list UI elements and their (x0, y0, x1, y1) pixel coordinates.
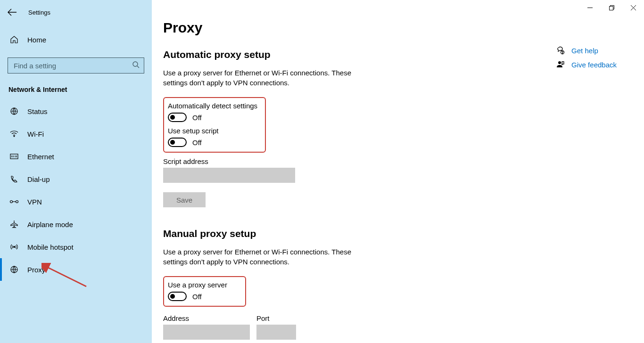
sidebar: Settings Home Network & Internet Status … (0, 0, 152, 343)
dialup-icon (9, 174, 19, 184)
use-proxy-label: Use a proxy server (168, 281, 240, 289)
sidebar-item-status[interactable]: Status (0, 100, 152, 122)
status-icon (9, 106, 19, 116)
highlight-manual-settings: Use a proxy server Off (163, 276, 246, 307)
sidebar-item-dialup[interactable]: Dial-up (0, 168, 152, 190)
sidebar-item-label: Dial-up (27, 175, 50, 183)
sidebar-item-ethernet[interactable]: Ethernet (0, 145, 152, 168)
search-input[interactable] (8, 57, 144, 74)
port-label: Port (256, 314, 296, 322)
manual-section-desc: Use a proxy server for Ethernet or Wi-Fi… (163, 247, 361, 267)
script-toggle[interactable] (168, 138, 187, 147)
minimize-icon (587, 5, 593, 10)
detect-toggle[interactable] (168, 113, 187, 122)
feedback-text: Give feedback (571, 61, 617, 69)
svg-point-0 (133, 62, 138, 66)
save-button: Save (163, 192, 206, 207)
wifi-icon (9, 129, 19, 139)
script-address-label: Script address (163, 157, 629, 165)
search-icon (132, 61, 140, 70)
get-help-link[interactable]: Get help (556, 46, 617, 55)
svg-point-2 (14, 136, 15, 137)
manual-section-heading: Manual proxy setup (163, 228, 629, 239)
address-label: Address (163, 314, 250, 322)
nav-list: Status Wi-Fi Ethernet Dial-up VPN Airpla… (0, 100, 152, 281)
airplane-icon (9, 220, 19, 229)
proxy-icon (9, 265, 19, 274)
use-proxy-state: Off (192, 293, 202, 301)
highlight-auto-settings: Automatically detect settings Off Use se… (163, 97, 266, 153)
port-input (256, 325, 296, 340)
title-bar: Settings (0, 4, 152, 21)
detect-label: Automatically detect settings (168, 102, 260, 110)
address-input (163, 325, 250, 340)
svg-point-12 (558, 61, 561, 64)
maximize-icon (609, 5, 614, 10)
ethernet-icon (9, 152, 19, 161)
vpn-icon (9, 197, 19, 206)
maximize-button[interactable] (601, 0, 622, 15)
use-proxy-toggle[interactable] (168, 292, 187, 301)
sidebar-item-vpn[interactable]: VPN (0, 190, 152, 213)
search-wrapper (8, 57, 144, 74)
sidebar-item-wifi[interactable]: Wi-Fi (0, 122, 152, 145)
sidebar-item-proxy[interactable]: Proxy (0, 258, 152, 281)
home-nav[interactable]: Home (0, 30, 152, 49)
sidebar-item-hotspot[interactable]: Mobile hotspot (0, 236, 152, 258)
minimize-button[interactable] (579, 0, 601, 15)
feedback-icon (556, 60, 565, 69)
auto-section-desc: Use a proxy server for Ethernet or Wi-Fi… (163, 68, 361, 88)
svg-point-5 (16, 201, 18, 203)
help-icon (556, 46, 565, 55)
back-button[interactable] (7, 7, 18, 18)
main-content: Get help Give feedback Proxy Automatic p… (152, 0, 644, 343)
feedback-link[interactable]: Give feedback (556, 60, 617, 69)
sidebar-item-label: VPN (27, 198, 42, 206)
address-port-row: Address Port (163, 311, 629, 340)
close-button[interactable] (622, 0, 644, 15)
get-help-text: Get help (571, 47, 598, 55)
sidebar-item-label: Wi-Fi (27, 130, 44, 138)
script-state: Off (192, 139, 202, 147)
script-address-input (163, 168, 295, 183)
sidebar-item-label: Status (27, 107, 48, 115)
category-header: Network & Internet (0, 74, 152, 100)
page-title: Proxy (163, 20, 629, 36)
sidebar-item-label: Mobile hotspot (27, 243, 74, 251)
hotspot-icon (9, 242, 19, 252)
close-icon (631, 5, 636, 10)
sidebar-item-label: Airplane mode (27, 220, 73, 229)
svg-point-11 (562, 53, 563, 54)
svg-rect-9 (609, 6, 613, 10)
svg-point-6 (14, 246, 15, 248)
sidebar-item-label: Proxy (27, 266, 45, 274)
detect-state: Off (192, 114, 202, 122)
arrow-left-icon (8, 8, 17, 16)
sidebar-item-airplane[interactable]: Airplane mode (0, 213, 152, 236)
help-panel: Get help Give feedback (556, 46, 617, 69)
settings-title: Settings (28, 9, 50, 16)
svg-point-4 (10, 201, 13, 203)
script-label: Use setup script (168, 127, 260, 135)
home-label: Home (27, 36, 46, 44)
window-controls (579, 0, 644, 15)
sidebar-item-label: Ethernet (27, 153, 54, 161)
home-icon (9, 35, 19, 44)
